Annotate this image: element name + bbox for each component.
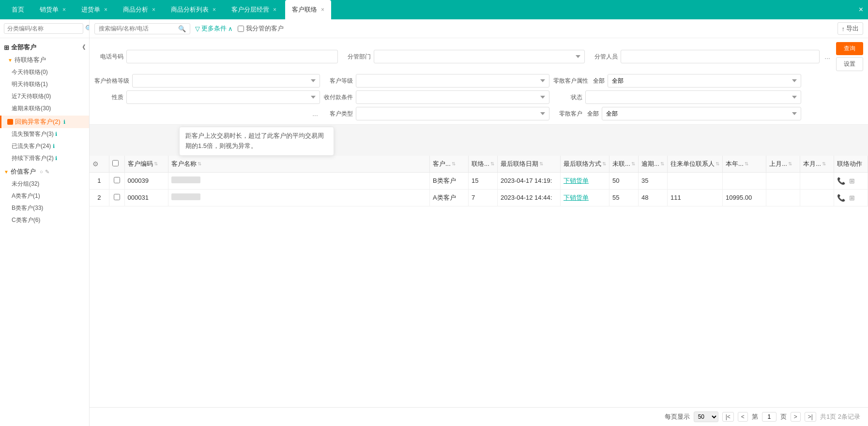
close-product-analysis[interactable]: × bbox=[152, 6, 155, 13]
row1-overdue: 35 bbox=[639, 172, 668, 189]
info-icon[interactable]: ℹ bbox=[63, 119, 65, 125]
per-page-select[interactable]: 20 50 100 bbox=[694, 411, 718, 422]
close-all-tabs-icon[interactable]: × bbox=[859, 5, 863, 14]
row1-last-date: 2023-04-17 14:19: bbox=[498, 172, 561, 189]
sidebar-item-overdue[interactable]: 逾期未联络(30) bbox=[0, 103, 89, 115]
manager-input[interactable] bbox=[621, 50, 820, 63]
row1-more-icon[interactable]: ⊞ bbox=[849, 177, 855, 185]
col-header-code[interactable]: 客户编码⇅ bbox=[124, 156, 168, 173]
sidebar-item-class-b[interactable]: B类客户(33) bbox=[0, 202, 89, 214]
col-header-contact-count[interactable]: 联络...⇅ bbox=[469, 156, 498, 173]
sidebar-item-churned[interactable]: 已流失客户(24) ℹ bbox=[0, 140, 89, 152]
sidebar-item-churn-warning[interactable]: 流失预警客户(3) ℹ bbox=[0, 128, 89, 140]
content-area: 🔍 ▽ 更多条件 ∧ 我分管的客户 ↑ 导出 电话号码 bbox=[90, 19, 868, 426]
close-sales-order[interactable]: × bbox=[62, 6, 66, 13]
last-page-btn[interactable]: >| bbox=[805, 412, 816, 422]
first-page-btn[interactable]: |< bbox=[722, 412, 734, 422]
sidebar-collapse-btn[interactable]: 《 bbox=[79, 44, 85, 52]
row1-phone-icon[interactable]: 📞 bbox=[837, 177, 845, 185]
tooltip-box: 距客户上次交易时长，超过了此客户的平均交易周期的1.5倍，则视为异常。 bbox=[179, 127, 334, 156]
tab-purchase-order[interactable]: 进货单 × bbox=[75, 0, 114, 19]
select-all-checkbox[interactable] bbox=[112, 160, 119, 166]
col-header-last-contact-date[interactable]: 最后联络日期⇅ bbox=[498, 156, 561, 173]
col-header-type[interactable]: 客户...⇅ bbox=[430, 156, 469, 173]
scatter-attr-select[interactable]: 全部 bbox=[608, 74, 801, 88]
sidebar-item-ungroup[interactable]: 未分组(32) bbox=[0, 178, 89, 190]
row1-checkbox[interactable] bbox=[114, 177, 120, 183]
status-select[interactable] bbox=[585, 90, 801, 104]
sidebar-item-class-a[interactable]: A类客户(1) bbox=[0, 190, 89, 202]
tab-customer-contact[interactable]: 客户联络 × bbox=[285, 0, 331, 19]
more-conditions-btn[interactable]: ▽ 更多条件 ∧ bbox=[195, 24, 233, 33]
sort-method-icon: ⇅ bbox=[602, 161, 606, 166]
row2-phone-icon[interactable]: 📞 bbox=[837, 194, 845, 202]
sidebar-item-7days[interactable]: 近7天待联络(0) bbox=[0, 90, 89, 103]
phone-input[interactable] bbox=[126, 50, 338, 63]
gear-settings-icon[interactable]: ⚙ bbox=[92, 160, 99, 168]
col-header-last-month[interactable]: 上月...⇅ bbox=[766, 156, 800, 173]
col-header-this-year[interactable]: 本年...⇅ bbox=[723, 156, 766, 173]
col-header-contacts[interactable]: 往来单位联系人⇅ bbox=[668, 156, 723, 173]
customer-level-select[interactable] bbox=[356, 74, 549, 88]
search-input[interactable] bbox=[99, 25, 176, 32]
sidebar-item-today[interactable]: 今天待联络(0) bbox=[0, 66, 89, 78]
sidebar-item-abnormal-repurchase[interactable]: 回购异常客户(2) ℹ bbox=[0, 116, 89, 128]
close-customer-contact[interactable]: × bbox=[321, 6, 324, 13]
table-row: 2 000031 A类客户 7 2023-04-12 14:44: 下销货单 5… bbox=[90, 189, 868, 206]
more-icon[interactable]: ... bbox=[310, 110, 320, 118]
sidebar-item-declining[interactable]: 持续下滑客户(2) ℹ bbox=[0, 152, 89, 164]
sidebar-search-icon[interactable]: 🔍 bbox=[85, 25, 90, 32]
sidebar-search-input[interactable] bbox=[4, 23, 83, 34]
info-icon2: ℹ bbox=[55, 131, 57, 137]
sidebar-all-customers[interactable]: ⊞ 全部客户 《 bbox=[0, 41, 89, 54]
nature-select[interactable] bbox=[126, 90, 320, 104]
data-table: ⚙ 客户编码⇅ 客户名称⇅ 客户...⇅ bbox=[90, 156, 868, 206]
col-header-unread[interactable]: 未联...⇅ bbox=[609, 156, 639, 173]
tab-sales-order[interactable]: 销货单 × bbox=[33, 0, 73, 19]
payment-terms-select[interactable] bbox=[356, 90, 549, 104]
sidebar-item-tomorrow[interactable]: 明天待联络(1) bbox=[0, 78, 89, 90]
search-submit-icon[interactable]: 🔍 bbox=[178, 25, 186, 32]
row2-checkbox[interactable] bbox=[114, 194, 120, 200]
orange-indicator bbox=[7, 119, 13, 125]
row1-num: 1 bbox=[90, 172, 109, 189]
info-icon3: ℹ bbox=[53, 143, 55, 149]
customer-type-select[interactable] bbox=[356, 107, 549, 120]
sort-thismonth-icon: ⇅ bbox=[822, 161, 826, 166]
next-page-btn[interactable]: > bbox=[791, 412, 801, 422]
sidebar-item-class-c[interactable]: C类客户(6) bbox=[0, 214, 89, 226]
dept-select[interactable] bbox=[374, 50, 585, 63]
sidebar-value-group[interactable]: ▼ 价值客户 ○ ✎ bbox=[0, 164, 89, 178]
value-group-edit-icon[interactable]: ✎ bbox=[45, 169, 49, 175]
value-group-circle-icon: ○ bbox=[40, 169, 43, 175]
field-phone: 电话号码 bbox=[94, 50, 338, 63]
close-product-analysis-list[interactable]: × bbox=[213, 6, 216, 13]
tab-customer-stratify[interactable]: 客户分层经营 × bbox=[225, 0, 283, 19]
prev-page-btn[interactable]: < bbox=[738, 412, 748, 422]
row2-more-icon[interactable]: ⊞ bbox=[849, 194, 855, 202]
export-button[interactable]: ↑ 导出 bbox=[838, 22, 864, 35]
settings-button[interactable]: 设置 bbox=[836, 57, 863, 71]
close-purchase-order[interactable]: × bbox=[104, 6, 107, 13]
tab-product-analysis[interactable]: 商品分析 × bbox=[116, 0, 162, 19]
row2-unread: 55 bbox=[609, 189, 639, 206]
manager-more-icon[interactable]: ... bbox=[822, 53, 832, 60]
filter-row-2: 客户价格等级 客户等级 零散客户属性 全部 全部 bbox=[94, 74, 863, 88]
my-customer-check[interactable] bbox=[238, 26, 244, 32]
page-input[interactable] bbox=[762, 412, 777, 422]
query-button[interactable]: 查询 bbox=[836, 42, 863, 55]
close-customer-stratify[interactable]: × bbox=[273, 6, 276, 13]
tab-product-analysis-list[interactable]: 商品分析列表 × bbox=[164, 0, 223, 19]
col-header-overdue[interactable]: 逾期...⇅ bbox=[639, 156, 668, 173]
sidebar-pending-group[interactable]: ▼ 待联络客户 bbox=[0, 54, 89, 66]
col-header-this-month[interactable]: 本月...⇅ bbox=[800, 156, 834, 173]
price-level-select[interactable] bbox=[132, 74, 320, 88]
my-customer-checkbox[interactable]: 我分管的客户 bbox=[238, 24, 284, 33]
row2-method-link[interactable]: 下销货单 bbox=[563, 194, 589, 201]
col-header-last-contact-method[interactable]: 最后联络方式⇅ bbox=[561, 156, 609, 173]
row1-method-link[interactable]: 下销货单 bbox=[563, 177, 589, 184]
tab-home[interactable]: 首页 bbox=[5, 0, 31, 19]
scatter-customer-select[interactable]: 全部 bbox=[602, 107, 801, 120]
top-nav: 首页 销货单 × 进货单 × 商品分析 × 商品分析列表 × 客户分层经营 × … bbox=[0, 0, 868, 19]
col-header-name[interactable]: 客户名称⇅ bbox=[168, 156, 430, 173]
